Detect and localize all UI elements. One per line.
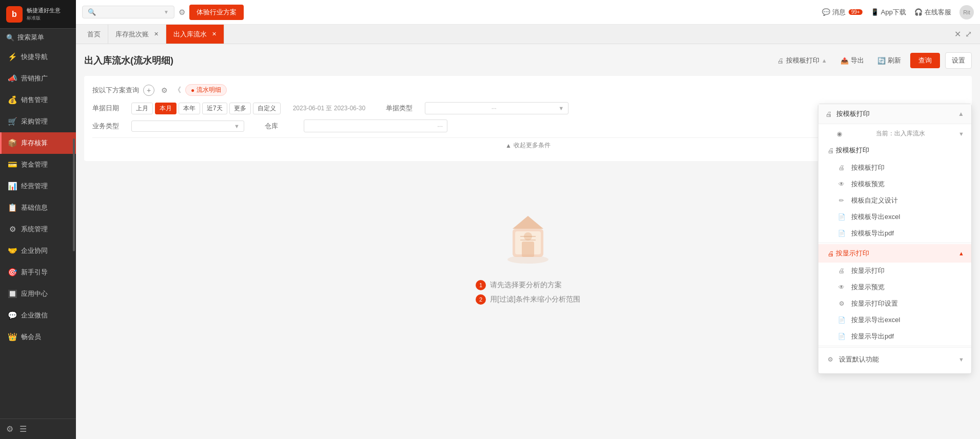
sidebar-item-apps[interactable]: 🔲 应用中心 [0,283,76,305]
dropdown-item-display-excel[interactable]: 📄 按显示导出excel [818,312,971,328]
dropdown-item-display-settings[interactable]: ⚙ 按显示打印设置 [818,295,971,312]
dropdown-item-template-excel[interactable]: 📄 按模板导出excel [818,209,971,225]
sidebar-item-quick-nav[interactable]: ⚡ 快捷导航 [0,46,76,68]
date-btn-more[interactable]: 更多 [229,103,251,114]
bill-type-more-btn[interactable]: ··· [492,105,497,112]
dropdown-item-template-custom[interactable]: ✏ 模板自定义设计 [818,192,971,209]
page-content-area: 出入库流水(流水明细) 🖨 按模板打印 ▲ 📤 导出 🔄 刷新 [76,44,980,439]
warehouse-more-btn[interactable]: ··· [437,122,443,130]
tab-home[interactable]: 首页 [80,25,108,44]
tab-expand-button[interactable]: ⤢ [965,29,972,39]
dropdown-item-template-print[interactable]: 🖨 按模板打印 [818,159,971,176]
topbar-search-box[interactable]: 🔍 ▼ [82,6,174,18]
app-title: 畅捷通好生意 [27,7,61,14]
dropdown-collapse-icon[interactable]: ▲ [958,110,964,117]
date-btn-custom[interactable]: 自定义 [253,103,281,114]
print-template-btn[interactable]: 🖨 按模板打印 ▲ [773,54,831,67]
sidebar-item-wechat[interactable]: 💬 企业微信 [0,305,76,326]
sidebar-item-finance[interactable]: 💳 资金管理 [0,154,76,175]
template-print-section-label: 按模板打印 [836,146,964,155]
dropdown-section-template-header[interactable]: 🖨 按模板打印 [818,141,971,159]
beginner-icon: 🎯 [8,268,17,277]
dropdown-item-template-preview[interactable]: 👁 按模板预览 [818,176,971,192]
business-type-select[interactable]: ▼ [131,121,244,132]
collapse-label: 收起更多条件 [514,141,551,150]
sidebar-item-beginner[interactable]: 🎯 新手引导 [0,262,76,283]
warehouse-select[interactable]: ··· [304,119,447,132]
svg-marker-3 [513,216,543,229]
footer-menu-icon[interactable]: ☰ [19,424,27,434]
quick-nav-icon: ⚡ [8,52,17,62]
sidebar-item-inventory[interactable]: 📦 库存核算 [0,132,76,154]
business-type-label: 业务类型 [92,122,123,131]
search-icon: 🔍 [6,34,14,42]
display-preview-label: 按显示预览 [851,283,885,292]
date-btn-this-year[interactable]: 本年 [179,103,200,114]
dropdown-item-display-preview[interactable]: 👁 按显示预览 [818,279,971,295]
topbar-gear-icon[interactable]: ⚙ [179,8,185,17]
sidebar-item-system[interactable]: ⚙ 系统管理 [0,218,76,240]
date-range-display: 2023-06-01 至 2023-06-30 [293,104,365,113]
search-icon: 🔍 [88,8,96,16]
dropdown-item-display-pdf[interactable]: 📄 按显示导出pdf [818,328,971,345]
online-service-action[interactable]: 🎧 在线客服 [914,8,951,17]
tab-inventory-batch[interactable]: 库存批次账 ✕ [108,25,166,44]
template-print-label: 按模板打印 [851,163,885,172]
user-profile[interactable]: Rit [959,5,974,19]
date-btn-last-7-days[interactable]: 近7天 [202,103,227,114]
tab-close-button[interactable]: ✕ [954,29,961,39]
sidebar-item-sales[interactable]: 💰 销售管理 [0,89,76,111]
step-1-num: 1 [476,280,486,290]
search-menu-item[interactable]: 🔍 搜索菜单 [0,29,76,46]
sidebar-item-operation[interactable]: 📊 经营管理 [0,175,76,197]
sidebar: b 畅捷通好生意 标准版 🔍 搜索菜单 ⚡ 快捷导航 📣 营销推广 💰 销售管理 [0,0,76,439]
filter-settings-button[interactable]: ⚙ [159,85,170,96]
sidebar-item-enterprise[interactable]: 🤝 企业协同 [0,240,76,262]
template-preview-icon: 👁 [837,179,846,189]
date-btn-this-month[interactable]: 本月 [155,103,177,114]
sidebar-item-membership[interactable]: 👑 畅会员 [0,326,76,348]
dropdown-footer-divider [818,346,971,346]
online-service-label: 在线客服 [925,8,951,17]
dropdown-item-display-print[interactable]: 🖨 按显示打印 [818,263,971,279]
bill-type-label: 单据类型 [386,104,417,113]
tab-inventory-batch-close[interactable]: ✕ [154,31,159,37]
sidebar-item-basic[interactable]: 📋 基础信息 [0,197,76,218]
dropdown-default-settings[interactable]: ⚙ 设置默认功能 ▼ [826,352,964,367]
footer-settings-icon[interactable]: ⚙ [6,424,13,434]
bill-type-select[interactable]: ··· ▼ [425,102,569,114]
refresh-btn[interactable]: 🔄 刷新 [873,54,905,67]
refresh-icon: 🔄 [877,57,886,65]
sidebar-item-purchase[interactable]: 🛒 采购管理 [0,111,76,132]
page-title: 出入库流水(流水明细) [84,54,173,67]
trial-industry-button[interactable]: 体验行业方案 [189,5,244,20]
filter-tag-item[interactable]: ● 流水明细 [185,84,227,96]
dropdown-current-label: 当前：出入库流水 [876,129,925,138]
tab-stock-flow-close[interactable]: ✕ [212,31,217,37]
sidebar-item-label: 应用中心 [21,289,48,298]
topbar-actions: 💬 消息 99+ 📱 App下载 🎧 在线客服 Rit [822,5,974,19]
filter-collapse-button[interactable]: 《 [174,86,181,95]
empty-step-2: 2 用[过滤]条件来缩小分析范围 [476,294,580,305]
purchase-icon: 🛒 [8,117,17,126]
print-btn-label: 按模板打印 [786,56,819,65]
sidebar-item-marketing[interactable]: 📣 营销推广 [0,68,76,89]
date-btn-last-month[interactable]: 上月 [131,103,153,114]
app-download-action[interactable]: 📱 App下载 [871,8,906,17]
dropdown-item-template-pdf[interactable]: 📄 按模板导出pdf [818,225,971,242]
export-btn[interactable]: 📤 导出 [836,54,868,67]
message-badge: 99+ [849,9,863,15]
sidebar-item-label: 库存核算 [21,138,48,148]
template-pdf-icon: 📄 [837,229,846,238]
filter-add-button[interactable]: + [143,85,154,96]
settings-button[interactable]: 设置 [945,52,972,69]
print-icon: 🖨 [777,57,784,65]
message-action[interactable]: 💬 消息 99+ [822,8,863,17]
query-button[interactable]: 查询 [910,53,940,68]
bill-type-dropdown-icon: ▼ [558,105,564,111]
topbar-search-input[interactable] [99,9,161,16]
sidebar-item-label: 系统管理 [21,225,48,234]
tab-stock-flow[interactable]: 出入库流水 ✕ [166,25,224,44]
topbar-search-dropdown-icon[interactable]: ▼ [164,9,169,15]
dropdown-section-display-header[interactable]: 🖨 按显示打印 ▲ [818,244,971,263]
